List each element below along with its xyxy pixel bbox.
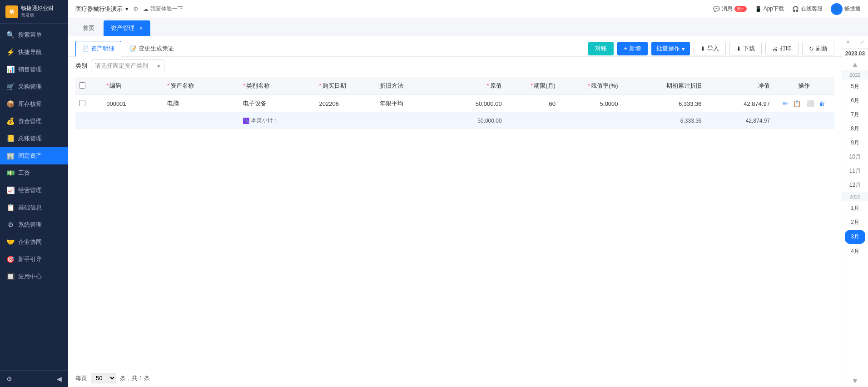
sidebar: 畅 畅捷通好业财 普及版 🔍搜索菜单⚡快捷导航📊销售管理🛒采购管理📦库存核算💰资…: [0, 0, 68, 387]
sidebar-icon-fixed-assets: 🏢: [6, 152, 15, 160]
rp-month-2022-11月[interactable]: 11月: [842, 164, 868, 178]
sidebar-item-ledger[interactable]: 📒总账管理: [0, 130, 68, 147]
sidebar-label-fixed-assets: 固定资产: [18, 152, 42, 160]
sidebar-item-purchase[interactable]: 🛒采购管理: [0, 78, 68, 95]
tab-asset-mgmt[interactable]: 资产管理 ✕: [104, 20, 150, 36]
user-area[interactable]: 👤 畅捷通: [831, 3, 861, 15]
asset-table-container: *编码 *资产名称 *类别名称 *购买日期 折旧方法 *原值 *期限(月) *残…: [68, 77, 842, 369]
refresh-label: 刷新: [816, 45, 828, 53]
sidebar-label-guide: 新手引导: [18, 255, 42, 263]
sidebar-item-guide[interactable]: 🎯新手引导: [0, 251, 68, 268]
rp-scroll-up[interactable]: ▲: [842, 59, 868, 70]
export-button[interactable]: ⬇ 导入: [694, 42, 726, 55]
refresh-button[interactable]: ↻ 刷新: [802, 42, 834, 55]
sidebar-label-funds: 资金管理: [18, 117, 42, 125]
rp-month-2022-7月[interactable]: 7月: [842, 108, 868, 122]
new-button[interactable]: + 新增: [617, 42, 648, 55]
message-btn[interactable]: 💬 消息 99+: [713, 5, 747, 13]
logo-icon: 畅: [5, 5, 18, 18]
rp-expand-icon[interactable]: ⤢: [860, 39, 864, 45]
tab-close-icon[interactable]: ✕: [139, 25, 143, 31]
rp-month-2023-1月[interactable]: 1月: [842, 201, 868, 215]
rp-month-2023-4月[interactable]: 4月: [842, 244, 868, 258]
content-main: 📄 资产明细 📝 变更生成凭证 对账 + 新增 批量操作: [68, 36, 842, 387]
online-service-btn[interactable]: 🎧 在线客服: [792, 5, 823, 13]
category-select[interactable]: 请选择固定资产类别 ▾: [91, 60, 164, 72]
sidebar-icon-ledger: 📒: [6, 134, 15, 143]
settings-gear-icon[interactable]: ⚙: [133, 5, 139, 12]
settings-icon[interactable]: ⚙: [6, 375, 12, 382]
logo: 畅 畅捷通好业财 普及版: [0, 0, 68, 24]
copy-btn-0[interactable]: 📋: [791, 99, 803, 108]
sidebar-item-app-center[interactable]: 🔲应用中心: [0, 268, 68, 285]
reconcile-button[interactable]: 对账: [588, 42, 614, 55]
category-label: 类别: [75, 62, 87, 70]
cell-rate-0: 5.0000: [559, 95, 622, 113]
tabbar: 首页 资产管理 ✕: [68, 18, 868, 36]
print-icon: 🖨: [772, 45, 778, 52]
cell-cost-0: 50,000.00: [437, 95, 506, 113]
sidebar-item-fixed-assets[interactable]: 🏢固定资产: [0, 147, 68, 164]
subtab-change-voucher[interactable]: 📝 变更生成凭证: [123, 41, 181, 56]
tab-asset-mgmt-label: 资产管理: [111, 25, 134, 31]
rp-month-2022-6月[interactable]: 6月: [842, 94, 868, 108]
rp-month-2023-2月[interactable]: 2月: [842, 215, 868, 229]
cell-accum-0: 6,333.36: [622, 95, 705, 113]
rp-month-2022-5月[interactable]: 5月: [842, 79, 868, 94]
rp-month-2022-12月[interactable]: 12月: [842, 178, 868, 192]
sidebar-label-payroll: 工资: [18, 169, 30, 177]
select-all-checkbox[interactable]: [79, 82, 85, 89]
edit-btn-0[interactable]: ✏: [781, 99, 790, 108]
sidebar-item-operations[interactable]: 📈经营管理: [0, 182, 68, 199]
subtab-asset-detail[interactable]: 📄 资产明细: [75, 41, 121, 57]
sidebar-item-payroll[interactable]: 💵工资: [0, 164, 68, 182]
pagination: 每页 50 10 20 100 条，共 1 条: [68, 369, 842, 387]
rp-collapse-icon[interactable]: ✕: [846, 39, 850, 45]
download-icon: ⬇: [736, 45, 741, 52]
rp-scroll-down[interactable]: ▼: [842, 375, 868, 387]
sidebar-label-enterprise: 企业协同: [18, 238, 42, 246]
row-checkbox-0[interactable]: [79, 100, 85, 106]
subtotal-accum: 6,333.36: [622, 113, 705, 129]
sidebar-item-enterprise[interactable]: 🤝企业协同: [0, 233, 68, 251]
batch-label: 批量操作: [656, 45, 680, 53]
trial-notice: ☁ 我要体验一下: [143, 5, 183, 13]
rp-month-2022-10月[interactable]: 10月: [842, 150, 868, 164]
per-page-select[interactable]: 50 10 20 100: [91, 373, 116, 383]
tab-home[interactable]: 首页: [75, 20, 102, 36]
download-button[interactable]: ⬇ 下载: [729, 42, 762, 55]
subtotal-label: 本页小计：: [251, 117, 278, 124]
subtotal-netval: 42,874.97: [705, 113, 774, 129]
rp-month-2022-9月[interactable]: 9月: [842, 136, 868, 150]
rp-month-2023-3月[interactable]: 3月: [845, 230, 865, 244]
sidebar-item-search[interactable]: 🔍搜索菜单: [0, 26, 68, 44]
filter-row: 类别 请选择固定资产类别 ▾: [68, 57, 842, 77]
cell-op-0: ✏ 📋 ⬜ 🗑: [774, 95, 834, 113]
rp-current-date: 2023.03: [842, 49, 868, 59]
sidebar-icon-purchase: 🛒: [6, 83, 15, 91]
company-selector[interactable]: 医疗器械行业演示 ▾: [75, 5, 129, 13]
app-download-btn[interactable]: 📱 App下载: [755, 5, 784, 13]
sidebar-item-quick-nav[interactable]: ⚡快捷导航: [0, 44, 68, 61]
refresh-icon: ↻: [809, 45, 814, 52]
download-label: 下载: [743, 45, 755, 53]
sidebar-label-search: 搜索菜单: [18, 31, 42, 39]
topbar-right: 💬 消息 99+ 📱 App下载 🎧 在线客服 👤 畅捷通: [713, 3, 861, 15]
rp-month-2022-8月[interactable]: 8月: [842, 122, 868, 136]
sidebar-item-inventory[interactable]: 📦库存核算: [0, 95, 68, 113]
sidebar-item-basic-info[interactable]: 📋基础信息: [0, 199, 68, 216]
change-voucher-icon: 📝: [130, 45, 137, 52]
cloud-icon: ☁: [143, 6, 149, 12]
subtotal-row: 📎本页小计： 50,000.00 6,333.36 42,874.97: [75, 113, 834, 129]
print-label: 打印: [780, 45, 792, 53]
subtotal-cost: 50,000.00: [437, 113, 506, 129]
sidebar-item-funds[interactable]: 💰资金管理: [0, 113, 68, 130]
collapse-icon[interactable]: ◀: [57, 375, 62, 382]
sidebar-item-sales[interactable]: 📊销售管理: [0, 61, 68, 78]
delete-btn-0[interactable]: 🗑: [817, 99, 827, 108]
batch-button[interactable]: 批量操作 ▾: [651, 42, 690, 55]
more-btn-0[interactable]: ⬜: [804, 99, 816, 108]
print-button[interactable]: 🖨 打印: [765, 42, 799, 55]
main-wrapper: 医疗器械行业演示 ▾ ⚙ ☁ 我要体验一下 💬 消息 99+ 📱 App下载 🎧…: [68, 0, 868, 387]
sidebar-item-system[interactable]: ⚙系统管理: [0, 216, 68, 233]
